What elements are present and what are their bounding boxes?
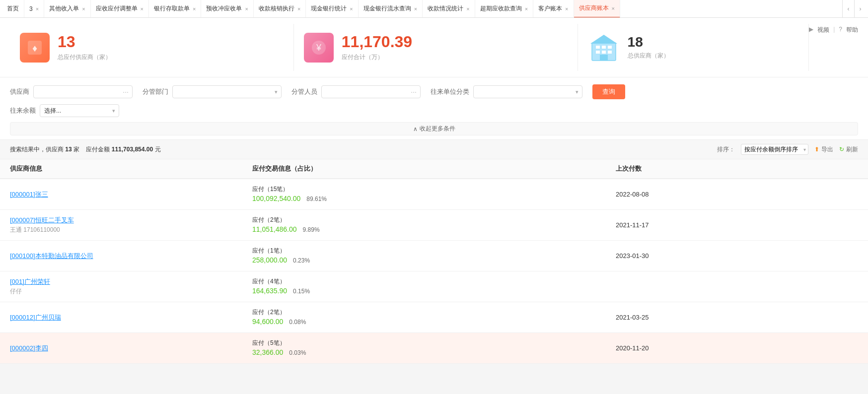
collapse-button[interactable]: ∧ 收起更多条件 — [10, 122, 858, 135]
close-supplier-ledger-icon[interactable]: × — [612, 5, 615, 11]
trans-percent: 0.15% — [293, 288, 310, 295]
supplier-link[interactable]: [000100]本特勤油品有限公司 — [10, 252, 93, 260]
supplier-link[interactable]: [000001]张三 — [10, 191, 48, 198]
refresh-icon: ↻ — [839, 146, 844, 153]
total-suppliers-icon — [588, 33, 620, 63]
dept-select[interactable] — [172, 85, 282, 98]
close-ar-ap-adjust-icon[interactable]: × — [141, 6, 144, 12]
nav-prepay-offset[interactable]: 预收冲应收单 × — [201, 0, 253, 18]
total-suppliers-label: 总供应商（家） — [628, 52, 669, 60]
receipt-stats-label: 收款情况统计 — [428, 4, 463, 13]
sort-wrapper: 按应付余额倒序排序 — [741, 144, 808, 155]
dept-select-wrapper — [172, 85, 282, 98]
svg-rect-6 — [602, 46, 606, 49]
nav-tab-3[interactable]: 3 × — [24, 0, 44, 18]
sort-select[interactable]: 按应付余额倒序排序 — [741, 144, 808, 155]
results-count-unit: 家 — [73, 146, 79, 153]
nav-other-income[interactable]: 其他收入单 × — [44, 0, 90, 18]
payable-suppliers-label: 总应付供应商（家） — [58, 53, 111, 62]
home-label: 首页 — [7, 4, 19, 13]
total-suppliers-number: 18 — [628, 35, 669, 50]
nav-receipt-verify[interactable]: 收款核销执行 × — [254, 0, 306, 18]
col-last-pay: 上次付数 — [616, 164, 858, 173]
table-row: [001]广州荣轩仔仔应付（4笔）164,635.900.15% — [0, 271, 868, 302]
payable-suppliers-icon: ♦ — [20, 33, 50, 63]
nav-customer-ledger[interactable]: 客户账本 × — [533, 0, 574, 18]
trans-percent: 89.61% — [306, 196, 327, 202]
trans-row: 164,635.900.15% — [252, 286, 616, 296]
trans-label: 应付（2笔） — [252, 216, 616, 224]
balance-label: 往来余额 — [10, 106, 36, 115]
category-select[interactable] — [473, 85, 582, 98]
close-cash-bank-flow-icon[interactable]: × — [414, 6, 417, 12]
table-header: 供应商信息 应付交易信息（占比） 上次付数 — [0, 159, 868, 179]
supplier-cell: [000100]本特勤油品有限公司 — [10, 252, 252, 261]
close-other-income-icon[interactable]: × — [82, 6, 85, 12]
last-pay-cell: 2020-11-20 — [616, 344, 858, 352]
video-icon: ▶ — [809, 26, 813, 33]
nav-cash-bank-stats[interactable]: 现金银行统计 × — [306, 0, 358, 18]
last-pay-cell: 2022-08-08 — [616, 191, 858, 198]
search-row-2: 往来余额 选择... — [10, 104, 858, 117]
supplier-link[interactable]: [001]广州荣轩 — [10, 278, 50, 285]
refresh-action[interactable]: ↻ 刷新 — [839, 145, 858, 154]
supplier-cell: [000001]张三 — [10, 190, 252, 199]
supplier-link[interactable]: [000007]恒旺二手叉车 — [10, 216, 74, 224]
table-section: 供应商信息 应付交易信息（占比） 上次付数 [000001]张三应付（15笔）1… — [0, 159, 868, 364]
trans-label: 应付（2笔） — [252, 308, 616, 317]
nav-receipt-stats[interactable]: 收款情况统计 × — [423, 0, 475, 18]
table-row: [000001]张三应付（15笔）100,092,540.0089.61%202… — [0, 179, 868, 210]
nav-supplier-ledger[interactable]: 供应商账本 × — [574, 0, 620, 18]
collapse-label: 收起更多条件 — [420, 125, 455, 133]
cash-bank-stats-label: 现金银行统计 — [311, 4, 347, 13]
bank-deposit-label: 银行存取款单 — [154, 4, 190, 13]
summary-section: ♦ 13 总应付供应商（家） ¥ 11,170.39 应付合计（万） — [0, 18, 868, 77]
person-input[interactable] — [321, 85, 421, 98]
nav-cash-bank-flow[interactable]: 现金银行流水查询 × — [359, 0, 423, 18]
nav-bank-deposit[interactable]: 银行存取款单 × — [149, 0, 201, 18]
top-navigation: 首页 3 × 其他收入单 × 应收应付调整单 × 银行存取款单 × 预收冲应收单… — [0, 0, 868, 18]
supplier-link[interactable]: [000012]广州贝瑞 — [10, 314, 61, 321]
table-row: [000002]李四应付（5笔）32,366.000.03%2020-11-20 — [0, 333, 868, 364]
trans-label: 应付（1笔） — [252, 247, 616, 255]
close-cash-bank-stats-icon[interactable]: × — [350, 6, 353, 12]
last-pay-date: 2021-11-17 — [616, 221, 649, 229]
close-receipt-stats-icon[interactable]: × — [466, 6, 469, 12]
trans-percent: 9.89% — [303, 226, 320, 233]
trans-amount: 100,092,540.00 — [252, 195, 300, 202]
svg-marker-12 — [590, 35, 617, 44]
close-tab-3-icon[interactable]: × — [36, 6, 39, 12]
search-button[interactable]: 查询 — [592, 84, 625, 99]
nav-overdue-ar[interactable]: 超期应收款查询 × — [475, 0, 533, 18]
close-overdue-ar-icon[interactable]: × — [525, 6, 528, 12]
svg-rect-9 — [602, 51, 606, 54]
supplier-cell: [001]广州荣轩仔仔 — [10, 277, 252, 296]
close-prepay-offset-icon[interactable]: × — [245, 6, 248, 12]
help-link[interactable]: 帮助 — [846, 26, 858, 34]
supplier-field: 供应商 — [10, 85, 133, 98]
tab-3-label: 3 — [29, 5, 33, 12]
supplier-link[interactable]: [000002]李四 — [10, 344, 48, 352]
last-pay-cell: 2021-11-17 — [616, 221, 858, 229]
last-pay-date: 2023-01-30 — [616, 252, 649, 260]
last-pay-cell: 2023-01-30 — [616, 252, 858, 260]
transaction-cell: 应付（1笔）258,000.000.23% — [252, 247, 616, 265]
svg-text:♦: ♦ — [32, 43, 37, 54]
close-bank-deposit-icon[interactable]: × — [193, 6, 196, 12]
video-link[interactable]: 视频 — [817, 26, 829, 34]
transaction-cell: 应付（2笔）11,051,486.009.89% — [252, 216, 616, 234]
payable-amount-card: ¥ 11,170.39 应付合计（万） — [294, 24, 578, 71]
payable-amount-number: 11,170.39 — [342, 33, 412, 51]
nav-right-arrow[interactable]: › — [854, 0, 866, 18]
balance-select-wrapper: 选择... — [40, 104, 119, 117]
nav-ar-ap-adjust[interactable]: 应收应付调整单 × — [91, 0, 149, 18]
last-pay-cell: 2021-03-25 — [616, 314, 858, 321]
balance-select[interactable]: 选择... — [40, 104, 119, 117]
close-receipt-verify-icon[interactable]: × — [297, 6, 300, 12]
trans-row: 11,051,486.009.89% — [252, 224, 616, 234]
nav-left-arrow[interactable]: ‹ — [842, 0, 854, 18]
supplier-input[interactable] — [33, 85, 133, 98]
nav-home[interactable]: 首页 — [2, 0, 24, 18]
close-customer-ledger-icon[interactable]: × — [565, 6, 568, 12]
export-action[interactable]: ⬆ 导出 — [814, 145, 833, 154]
